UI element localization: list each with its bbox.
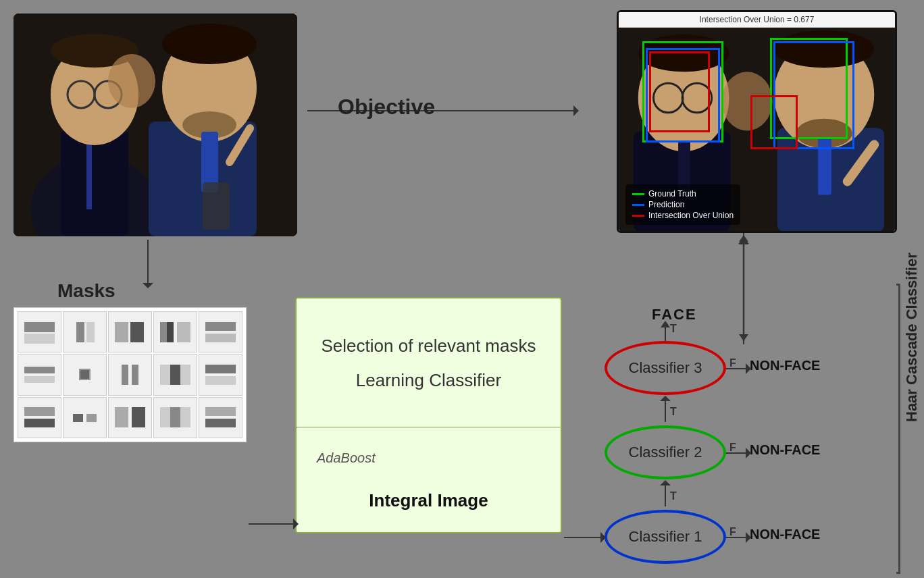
- mask-cell: [18, 397, 61, 438]
- mask-cell: [63, 397, 107, 438]
- svg-rect-22: [130, 322, 144, 342]
- adaboost-text: AdaBoost: [317, 450, 540, 466]
- classifier-2: Classifier 2: [605, 425, 726, 479]
- green-box-upper: Selection of relevant masks Learning Cla…: [297, 298, 561, 427]
- t-label-1: T: [670, 490, 677, 502]
- f-label-3: F: [729, 357, 736, 369]
- masks-grid: [14, 307, 247, 442]
- svg-rect-27: [205, 334, 236, 342]
- haar-cascade-bracket: [896, 284, 900, 574]
- legend-text-prediction: Prediction: [648, 200, 684, 209]
- mask-cell: [108, 311, 152, 352]
- legend-color-red: [632, 215, 644, 217]
- svg-rect-38: [24, 407, 55, 416]
- mask-cell: [63, 354, 107, 395]
- svg-rect-42: [115, 407, 128, 427]
- bbox-iou-1: [649, 51, 710, 132]
- mask-cell: [18, 354, 61, 395]
- arrow-c1-to-c2: [665, 481, 666, 506]
- classifier-3-label: Classifier 3: [629, 359, 702, 377]
- haar-cascade-label: Haar Cascade Classifier: [903, 135, 921, 540]
- t-label-2: T: [670, 406, 677, 418]
- arrow-greenbox-to-c1: [564, 537, 605, 538]
- classifier-2-label: Classifier 2: [629, 444, 702, 461]
- svg-rect-24: [177, 322, 190, 342]
- t-label-3: T: [670, 323, 677, 335]
- svg-rect-26: [205, 322, 236, 331]
- legend-color-blue: [632, 204, 644, 206]
- svg-rect-30: [80, 369, 90, 379]
- learning-text: Learning Classifier: [322, 370, 536, 391]
- green-box: Selection of relevant masks Learning Cla…: [295, 297, 562, 533]
- svg-rect-46: [205, 407, 236, 416]
- svg-point-12: [162, 24, 257, 64]
- svg-rect-29: [24, 376, 55, 383]
- mask-cell: [199, 397, 242, 438]
- mask-cell: [18, 311, 61, 352]
- legend-item-prediction: Prediction: [632, 200, 734, 209]
- legend-item-ground-truth: Ground Truth: [632, 189, 734, 199]
- mask-cell: [153, 311, 197, 352]
- non-face-1-label: NON-FACE: [750, 527, 820, 542]
- mask-cell: [199, 354, 242, 395]
- legend-text-iou: Intersection Over Union: [648, 211, 734, 220]
- legend-item-iou: Intersection Over Union: [632, 211, 734, 220]
- arrow-c2-to-c3: [665, 397, 666, 422]
- svg-rect-33: [132, 365, 138, 385]
- output-legend: Ground Truth Prediction Intersection Ove…: [625, 184, 740, 225]
- svg-rect-28: [24, 367, 55, 373]
- output-image-box: Intersection Over Union = 0.677: [617, 10, 897, 233]
- svg-rect-35: [170, 365, 180, 385]
- arrow-input-to-masks: [147, 240, 149, 287]
- svg-rect-43: [132, 407, 145, 427]
- svg-point-15: [108, 54, 155, 108]
- svg-rect-20: [86, 322, 95, 342]
- integral-image-text: Integral Image: [317, 490, 540, 511]
- svg-rect-19: [76, 322, 84, 342]
- f-label-1: F: [729, 526, 736, 538]
- svg-rect-16: [203, 182, 230, 230]
- svg-rect-21: [115, 322, 128, 342]
- svg-rect-17: [24, 322, 55, 332]
- classifier-3: Classifier 3: [605, 341, 726, 395]
- objective-label: Objective: [338, 95, 435, 120]
- masks-label: Masks: [57, 280, 116, 302]
- legend-text-ground-truth: Ground Truth: [648, 189, 696, 199]
- arrow-masks-to-greenbox: [249, 523, 297, 525]
- green-box-lower: AdaBoost Integral Image: [297, 428, 561, 533]
- svg-rect-39: [24, 419, 55, 427]
- svg-rect-18: [24, 334, 55, 344]
- selection-text: Selection of relevant masks: [322, 335, 536, 358]
- svg-rect-25: [167, 322, 174, 342]
- legend-color-green: [632, 193, 644, 195]
- svg-rect-47: [205, 419, 236, 427]
- svg-rect-37: [205, 376, 236, 385]
- mask-cell: [108, 354, 152, 395]
- input-photo: [14, 14, 297, 236]
- svg-rect-41: [86, 414, 97, 422]
- mask-cell: [153, 354, 197, 395]
- classifier-1: Classifier 1: [605, 510, 726, 564]
- mask-cell: [108, 397, 152, 438]
- output-title-bar: Intersection Over Union = 0.677: [619, 12, 895, 28]
- classifier-1-label: Classifier 1: [629, 528, 702, 546]
- bbox-iou-2: [750, 95, 798, 149]
- svg-rect-45: [170, 407, 180, 427]
- svg-rect-32: [122, 365, 128, 385]
- mask-cell: [63, 311, 107, 352]
- mask-cell: [199, 311, 242, 352]
- svg-rect-40: [73, 414, 83, 422]
- f-label-2: F: [729, 442, 736, 454]
- non-face-2-label: NON-FACE: [750, 442, 820, 458]
- non-face-3-label: NON-FACE: [750, 358, 820, 373]
- output-photo-area: Ground Truth Prediction Intersection Ove…: [619, 28, 895, 232]
- svg-rect-36: [205, 365, 236, 373]
- mask-cell: [153, 397, 197, 438]
- arrow-c3-to-output: [743, 240, 744, 344]
- face-label: FACE: [652, 306, 697, 323]
